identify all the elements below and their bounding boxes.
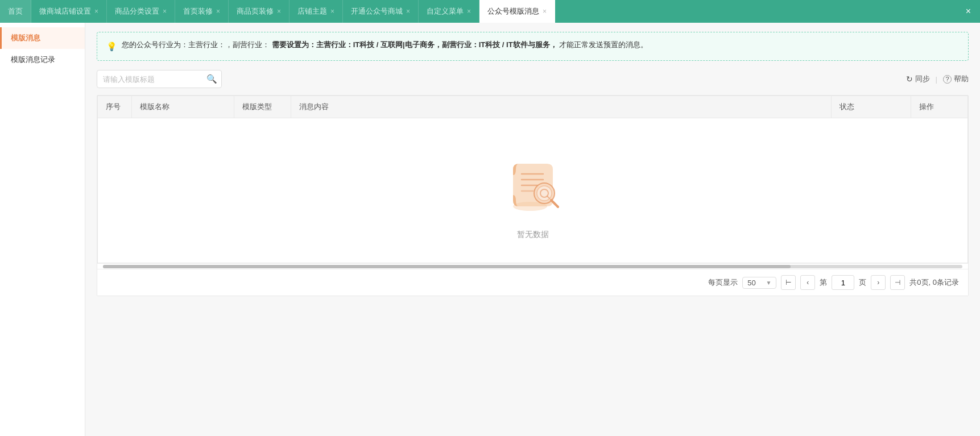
page-summary: 共0页, 0条记录: [909, 277, 959, 288]
search-input-wrap: 🔍: [97, 70, 222, 88]
tab-home-decoration-close[interactable]: ×: [216, 7, 220, 15]
help-icon: ?: [943, 75, 952, 84]
page-next-button[interactable]: ›: [871, 275, 886, 290]
tab-template-message-label: 公众号模版消息: [487, 6, 539, 16]
page-prev-button[interactable]: ‹: [800, 275, 815, 290]
page-last-button[interactable]: ⊣: [890, 275, 905, 290]
notice-banner: 💡 您的公众号行业为：主营行业：，副营行业： 需要设置为：主营行业：IT科技 /…: [97, 32, 969, 61]
tab-store-settings[interactable]: 微商城店铺设置 ×: [31, 0, 107, 23]
search-input[interactable]: [97, 70, 222, 88]
tab-product-decoration-close[interactable]: ×: [277, 7, 281, 15]
tab-bar: 首页 微商城店铺设置 × 商品分类设置 × 首页装修 × 商品页装修 × 店铺主…: [0, 0, 980, 23]
tab-category-settings[interactable]: 商品分类设置 ×: [107, 0, 175, 23]
tab-shop-theme[interactable]: 店铺主题 ×: [290, 0, 343, 23]
notice-highlight: 需要设置为：主营行业：IT科技 / 互联网|电子商务，副营行业：IT科技 / I…: [272, 40, 557, 49]
sync-label: 同步: [915, 74, 930, 84]
col-header-action: 操作: [911, 96, 968, 118]
col-header-seq: 序号: [98, 96, 132, 118]
sync-icon: ↻: [906, 74, 913, 84]
tab-store-settings-label: 微商城店铺设置: [39, 6, 91, 16]
col-header-type: 模版类型: [234, 96, 291, 118]
col-header-content: 消息内容: [291, 96, 832, 118]
sidebar: 模版消息 模版消息记录: [0, 23, 85, 436]
tab-shop-theme-close[interactable]: ×: [330, 7, 334, 15]
sidebar-item-template-message-label: 模版消息: [11, 34, 40, 42]
main-content: 💡 您的公众号行业为：主营行业：，副营行业： 需要设置为：主营行业：IT科技 /…: [85, 23, 980, 436]
per-page-value: 50: [747, 279, 755, 287]
tab-template-message-close[interactable]: ×: [543, 7, 547, 15]
tab-home-label: 首页: [8, 6, 23, 16]
empty-state: 暂无数据: [98, 118, 967, 263]
notice-icon: 💡: [106, 40, 117, 53]
notice-text-before: 您的公众号行业为：主营行业：，副营行业：: [122, 40, 270, 49]
col-header-status: 状态: [832, 96, 911, 118]
tab-custom-menu-close[interactable]: ×: [467, 7, 471, 15]
tab-store-settings-close[interactable]: ×: [94, 7, 98, 15]
tab-custom-menu[interactable]: 自定义菜单 ×: [419, 0, 479, 23]
tab-open-mall[interactable]: 开通公众号商城 ×: [343, 0, 419, 23]
per-page-label: 每页显示: [708, 277, 738, 288]
sidebar-item-template-message[interactable]: 模版消息: [0, 27, 85, 49]
data-table: 序号 模版名称 模版类型 消息内容 状态: [97, 95, 968, 263]
search-button[interactable]: 🔍: [206, 74, 217, 84]
sidebar-item-template-record-label: 模版消息记录: [11, 55, 55, 64]
empty-text: 暂无数据: [517, 230, 549, 240]
notice-text-after: 才能正常发送预置的消息。: [559, 40, 648, 49]
layout: 模版消息 模版消息记录 💡 您的公众号行业为：主营行业：，副营行业： 需要设置为…: [0, 23, 980, 436]
scrollbar-area[interactable]: [97, 263, 968, 269]
tab-open-mall-close[interactable]: ×: [406, 7, 410, 15]
sidebar-item-template-record[interactable]: 模版消息记录: [0, 49, 85, 70]
close-all-button[interactable]: ×: [957, 6, 980, 16]
toolbar-right: ↻ 同步 | ? 帮助: [906, 74, 969, 84]
toolbar-divider: |: [936, 75, 937, 84]
help-button[interactable]: ? 帮助: [943, 74, 969, 84]
tab-product-decoration-label: 商品页装修: [237, 6, 274, 16]
notice-text: 您的公众号行业为：主营行业：，副营行业： 需要设置为：主营行业：IT科技 / 互…: [122, 39, 648, 51]
tab-product-decoration[interactable]: 商品页装修 ×: [229, 0, 290, 23]
tab-home[interactable]: 首页: [0, 0, 31, 23]
tab-category-settings-label: 商品分类设置: [115, 6, 159, 16]
table-container: 序号 模版名称 模版类型 消息内容 状态: [97, 95, 969, 296]
pagination-bar: 每页显示 50 ▼ ⊢ ‹ 第 页 › ⊣ 共0页, 0条记录: [97, 269, 968, 296]
search-icon: 🔍: [206, 74, 217, 84]
page-label-before: 第: [820, 277, 827, 288]
tab-category-settings-close[interactable]: ×: [163, 7, 167, 15]
tab-home-decoration-label: 首页装修: [183, 6, 213, 16]
sync-button[interactable]: ↻ 同步: [906, 74, 930, 84]
tab-home-decoration[interactable]: 首页装修 ×: [175, 0, 229, 23]
col-header-name: 模版名称: [132, 96, 234, 118]
page-first-button[interactable]: ⊢: [781, 275, 796, 290]
horizontal-scrollbar[interactable]: [103, 265, 962, 268]
page-number-input[interactable]: [832, 275, 854, 290]
scrollbar-thumb[interactable]: [103, 265, 791, 268]
empty-illustration: [499, 152, 567, 221]
page-label-after: 页: [859, 277, 866, 288]
tab-template-message[interactable]: 公众号模版消息 ×: [479, 0, 555, 23]
tab-custom-menu-label: 自定义菜单: [427, 6, 464, 16]
tab-shop-theme-label: 店铺主题: [297, 6, 327, 16]
help-label: 帮助: [954, 74, 969, 84]
per-page-select[interactable]: 50 ▼: [742, 277, 776, 289]
tab-open-mall-label: 开通公众号商城: [351, 6, 403, 16]
search-bar: 🔍 ↻ 同步 | ? 帮助: [97, 70, 969, 88]
table-header-row: 序号 模版名称 模版类型 消息内容 状态: [98, 96, 968, 118]
empty-state-row: 暂无数据: [98, 118, 968, 263]
per-page-dropdown-icon: ▼: [766, 280, 771, 286]
